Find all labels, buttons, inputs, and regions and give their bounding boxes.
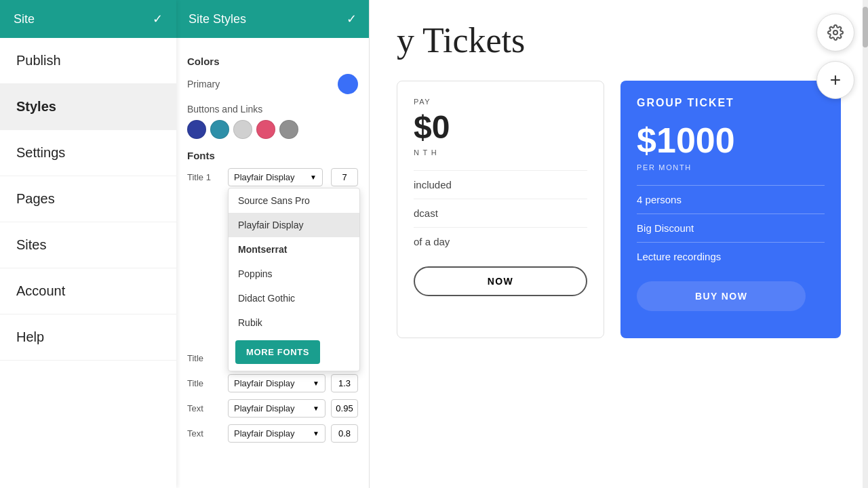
sidebar-item-styles[interactable]: Styles	[0, 84, 176, 130]
settings-fab[interactable]	[816, 14, 854, 52]
swatch-teal[interactable]	[210, 120, 229, 139]
font-row-title3: Title Playfair Display ▼	[187, 374, 358, 392]
standard-feature-2: dcast	[414, 199, 587, 227]
dropdown-item-playfair-display[interactable]: Playfair Display	[229, 213, 359, 237]
primary-color-label: Primary	[187, 79, 220, 89]
fonts-section: Fonts Title 1 Playfair Display ▼ Source …	[187, 150, 358, 443]
main-content: y Tickets PAY $0 N T H included dcast of…	[370, 0, 868, 488]
colors-section-label: Colors	[187, 56, 358, 67]
sidebar-title: Site	[14, 12, 35, 26]
standard-buy-now-button[interactable]: NOW	[414, 266, 587, 296]
font-row-title1-label: Title 1	[187, 172, 222, 182]
font-row-text2: Text Playfair Display ▼	[187, 424, 358, 443]
group-buy-now-button[interactable]: BUY NOW	[637, 281, 806, 311]
font-row-text1-label: Text	[187, 403, 222, 413]
font-select-selected-text1: Playfair Display	[234, 403, 295, 413]
chevron-down-icon-3: ▼	[313, 380, 319, 387]
swatch-light-gray[interactable]	[233, 120, 252, 139]
styles-panel-title: Site Styles	[189, 12, 246, 26]
font-row-title2-label: Title	[187, 353, 222, 363]
styles-panel-header: Site Styles ✓	[176, 0, 369, 38]
page-title: y Tickets	[397, 20, 841, 60]
sidebar-item-sites[interactable]: Sites	[0, 222, 176, 268]
scrollbar-track[interactable]	[863, 0, 868, 488]
font-select-selected-text2: Playfair Display	[234, 428, 295, 439]
font-select-selected-title1: Playfair Display	[234, 172, 295, 182]
group-ticket-feature-1: 4 persons	[637, 185, 825, 214]
sidebar-item-pages[interactable]: Pages	[0, 176, 176, 222]
font-select-title1[interactable]: Playfair Display ▼ Source Sans Pro Playf…	[228, 168, 323, 186]
group-ticket-card: GROUP TICKET $1000 PER MONTH 4 persons B…	[620, 81, 841, 338]
fonts-section-label: Fonts	[187, 150, 358, 161]
primary-color-swatch[interactable]	[338, 74, 358, 94]
standard-price: $0	[414, 108, 587, 146]
tickets-container: PAY $0 N T H included dcast of a day NOW…	[397, 81, 841, 338]
add-fab[interactable]: +	[816, 61, 854, 99]
font-select-display-title1[interactable]: Playfair Display ▼	[228, 168, 323, 186]
buttons-links-label: Buttons and Links	[187, 104, 358, 115]
standard-ticket-card: PAY $0 N T H included dcast of a day NOW	[397, 81, 604, 338]
font-row-text2-label: Text	[187, 428, 222, 439]
font-select-title3[interactable]: Playfair Display ▼	[228, 374, 326, 392]
primary-color-row: Primary	[187, 74, 358, 94]
dropdown-item-rubik[interactable]: Rubik	[229, 310, 359, 335]
sidebar-item-settings[interactable]: Settings	[0, 130, 176, 176]
chevron-down-icon-5: ▼	[313, 430, 319, 437]
swatch-gray[interactable]	[279, 120, 298, 139]
scrollbar-thumb[interactable]	[863, 7, 868, 47]
plus-icon: +	[830, 70, 841, 89]
sidebar: Site ✓ Publish Styles Settings Pages Sit…	[0, 0, 176, 488]
sidebar-item-help[interactable]: Help	[0, 314, 176, 361]
group-ticket-feature-2: Big Discount	[637, 214, 825, 242]
color-swatches	[187, 120, 358, 139]
font-size-input-title1[interactable]	[331, 168, 358, 186]
page-content: y Tickets PAY $0 N T H included dcast of…	[370, 0, 868, 488]
swatch-dark-blue[interactable]	[187, 120, 206, 139]
font-select-selected-title3: Playfair Display	[234, 378, 295, 388]
group-ticket-per-month: PER MONTH	[637, 163, 825, 171]
swatch-pink[interactable]	[256, 120, 275, 139]
group-ticket-feature-3: Lecture recordings	[637, 242, 825, 270]
sidebar-item-account[interactable]: Account	[0, 268, 176, 314]
font-row-text1: Text Playfair Display ▼	[187, 399, 358, 418]
font-select-text2[interactable]: Playfair Display ▼	[228, 424, 326, 443]
standard-feature-1: included	[414, 170, 587, 199]
chevron-down-icon-4: ▼	[313, 405, 319, 412]
sidebar-nav: Publish Styles Settings Pages Sites Acco…	[0, 38, 176, 361]
font-size-input-text2[interactable]	[331, 424, 358, 443]
styles-panel-check-icon[interactable]: ✓	[347, 12, 357, 26]
styles-panel: Site Styles ✓ Colors Primary Buttons and…	[176, 0, 370, 488]
font-row-title1: Title 1 Playfair Display ▼ Source Sans P…	[187, 168, 358, 186]
font-size-input-title3[interactable]	[331, 374, 358, 392]
font-size-input-text1[interactable]	[331, 399, 358, 418]
standard-per-label: PAY	[414, 98, 587, 106]
dropdown-item-poppins[interactable]: Poppins	[229, 262, 359, 286]
dropdown-item-montserrat[interactable]: Montserrat	[229, 237, 359, 262]
standard-feature-3: of a day	[414, 227, 587, 256]
styles-panel-body: Colors Primary Buttons and Links Fonts T…	[176, 38, 369, 462]
standard-per-month: N T H	[414, 148, 587, 157]
dropdown-item-didact-gothic[interactable]: Didact Gothic	[229, 286, 359, 310]
more-fonts-button[interactable]: MORE FONTS	[235, 340, 320, 364]
dropdown-item-source-sans-pro[interactable]: Source Sans Pro	[229, 188, 359, 213]
sidebar-item-publish[interactable]: Publish	[0, 38, 176, 84]
font-row-title3-label: Title	[187, 378, 222, 388]
svg-point-0	[833, 30, 837, 35]
group-ticket-price: $1000	[637, 120, 825, 161]
chevron-down-icon: ▼	[310, 174, 317, 181]
font-dropdown-menu: Source Sans Pro Playfair Display Montser…	[228, 188, 360, 371]
font-select-text1[interactable]: Playfair Display ▼	[228, 399, 326, 418]
group-ticket-title: GROUP TICKET	[637, 97, 825, 109]
sidebar-check-icon[interactable]: ✓	[153, 12, 163, 26]
sidebar-header: Site ✓	[0, 0, 176, 38]
